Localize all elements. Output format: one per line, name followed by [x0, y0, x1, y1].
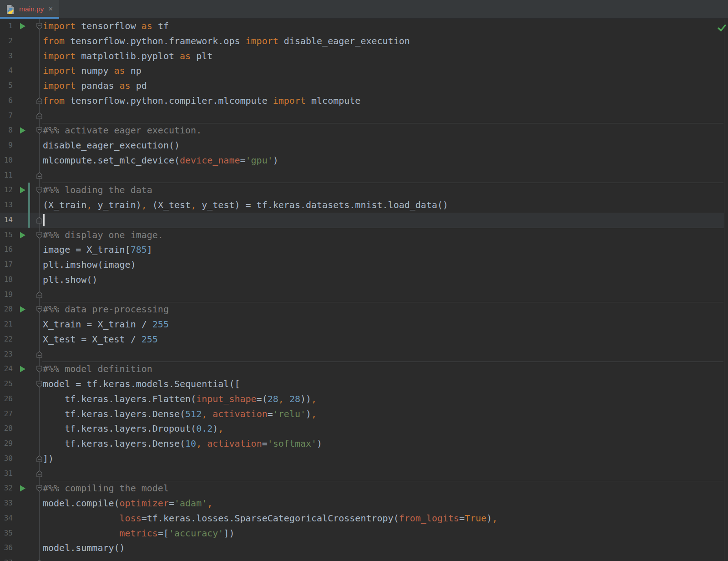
code-line-24[interactable]: 24#%% model definition [0, 362, 728, 377]
code-text[interactable]: import matplotlib.pyplot as plt [43, 49, 212, 64]
fold-region-start-icon[interactable] [36, 366, 42, 372]
code-line-26[interactable]: 26 tf.keras.layers.Flatten(input_shape=(… [0, 392, 728, 407]
run-cell-icon[interactable] [20, 127, 26, 134]
code-text[interactable]: model.compile(optimizer='adam', [43, 496, 212, 511]
close-tab-icon[interactable]: × [48, 5, 53, 13]
line-number[interactable]: 32 [0, 481, 13, 496]
line-number[interactable]: 29 [0, 436, 13, 451]
code-text[interactable]: tf.keras.layers.Dropout(0.2), [43, 421, 223, 436]
code-line-1[interactable]: 1import tensorflow as tf [0, 19, 728, 34]
code-line-3[interactable]: 3import matplotlib.pyplot as plt [0, 49, 728, 64]
code-line-16[interactable]: 16image = X_train[785] [0, 242, 728, 257]
code-line-23[interactable]: 23 [0, 347, 728, 362]
code-line-37[interactable]: 37 [0, 556, 728, 561]
line-number[interactable]: 27 [0, 407, 13, 422]
line-number[interactable]: 25 [0, 377, 13, 392]
code-text[interactable]: #%% loading the data [43, 183, 152, 198]
fold-region-end-icon[interactable] [36, 455, 42, 462]
line-number[interactable]: 7 [0, 108, 13, 123]
code-line-7[interactable]: 7 [0, 108, 728, 123]
fold-region-end-icon[interactable] [36, 112, 42, 119]
fold-region-start-icon[interactable] [36, 187, 42, 194]
line-number[interactable]: 1 [0, 19, 13, 34]
code-line-35[interactable]: 35 metrics=['accuracy']) [0, 526, 728, 541]
code-line-14[interactable]: 14 [0, 213, 728, 228]
line-number[interactable]: 13 [0, 198, 13, 213]
code-line-20[interactable]: 20#%% data pre-processing [0, 302, 728, 317]
code-text[interactable]: plt.imshow(image) [43, 257, 136, 272]
line-number[interactable]: 17 [0, 257, 13, 272]
line-number[interactable]: 9 [0, 138, 13, 153]
code-text[interactable]: model = tf.keras.models.Sequential([ [43, 377, 240, 392]
code-line-15[interactable]: 15#%% display one image. [0, 228, 728, 243]
line-number[interactable]: 35 [0, 526, 13, 541]
code-line-19[interactable]: 19 [0, 287, 728, 302]
code-text[interactable]: import numpy as np [43, 63, 142, 78]
code-text[interactable]: X_train = X_train / 255 [43, 317, 169, 332]
vcs-changed-lines-bar[interactable] [28, 198, 30, 213]
line-number[interactable]: 16 [0, 242, 13, 257]
line-number[interactable]: 22 [0, 332, 13, 347]
run-cell-icon[interactable] [20, 366, 26, 372]
run-cell-icon[interactable] [20, 23, 26, 30]
code-text[interactable]: image = X_train[785] [43, 242, 152, 257]
line-number[interactable]: 4 [0, 63, 13, 78]
code-line-25[interactable]: 25model = tf.keras.models.Sequential([ [0, 377, 728, 392]
line-number[interactable]: 12 [0, 183, 13, 198]
code-line-12[interactable]: 12#%% loading the data [0, 183, 728, 198]
code-text[interactable]: #%% model definition [43, 362, 152, 377]
inspections-ok-icon[interactable] [718, 24, 726, 32]
vcs-changed-lines-bar[interactable] [28, 183, 30, 198]
run-cell-icon[interactable] [20, 232, 26, 239]
code-text[interactable]: from tensorflow.python.compiler.mlcomput… [43, 93, 360, 108]
code-line-2[interactable]: 2from tensorflow.python.framework.ops im… [0, 34, 728, 49]
fold-region-end-icon[interactable] [36, 291, 42, 298]
tab-main-py[interactable]: main.py × [0, 0, 59, 19]
code-text[interactable]: tf.keras.layers.Flatten(input_shape=(28,… [43, 392, 317, 407]
fold-region-start-icon[interactable] [36, 381, 42, 388]
line-number[interactable]: 26 [0, 392, 13, 407]
line-number[interactable]: 19 [0, 287, 13, 302]
code-line-33[interactable]: 33model.compile(optimizer='adam', [0, 496, 728, 511]
line-number[interactable]: 11 [0, 168, 13, 183]
code-line-29[interactable]: 29 tf.keras.layers.Dense(10, activation=… [0, 436, 728, 451]
fold-region-end-icon[interactable] [36, 351, 42, 358]
code-line-8[interactable]: 8#%% activate eager execution. [0, 123, 728, 138]
fold-region-start-icon[interactable] [36, 485, 42, 492]
code-text[interactable]: #%% activate eager execution. [43, 123, 202, 138]
vcs-changed-lines-bar[interactable] [28, 213, 30, 228]
run-cell-icon[interactable] [20, 187, 26, 194]
line-number[interactable]: 10 [0, 153, 13, 168]
code-text[interactable]: import tensorflow as tf [43, 19, 169, 34]
code-line-31[interactable]: 31 [0, 466, 728, 481]
line-number[interactable]: 23 [0, 347, 13, 362]
code-line-10[interactable]: 10mlcompute.set_mlc_device(device_name='… [0, 153, 728, 168]
line-number[interactable]: 24 [0, 362, 13, 377]
line-number[interactable]: 2 [0, 34, 13, 49]
fold-region-end-icon[interactable] [36, 470, 42, 477]
code-text[interactable]: mlcompute.set_mlc_device(device_name='gp… [43, 153, 278, 168]
fold-region-end-icon[interactable] [36, 172, 42, 179]
line-number[interactable]: 34 [0, 511, 13, 526]
code-text[interactable]: tf.keras.layers.Dense(512, activation='r… [43, 407, 317, 422]
code-line-28[interactable]: 28 tf.keras.layers.Dropout(0.2), [0, 421, 728, 436]
line-number[interactable]: 36 [0, 541, 13, 556]
code-text[interactable]: loss=tf.keras.losses.SparseCategoricalCr… [43, 511, 497, 526]
fold-region-end-icon[interactable] [36, 217, 42, 224]
code-text[interactable]: tf.keras.layers.Dense(10, activation='so… [43, 436, 322, 451]
code-line-36[interactable]: 36model.summary() [0, 541, 728, 556]
code-text[interactable]: model.summary() [43, 541, 125, 556]
line-number[interactable]: 20 [0, 302, 13, 317]
line-number[interactable]: 30 [0, 451, 13, 466]
code-line-13[interactable]: 13(X_train, y_train), (X_test, y_test) =… [0, 198, 728, 213]
code-line-22[interactable]: 22X_test = X_test / 255 [0, 332, 728, 347]
code-line-4[interactable]: 4import numpy as np [0, 63, 728, 78]
code-text[interactable]: import pandas as pd [43, 78, 147, 93]
line-number[interactable]: 15 [0, 228, 13, 243]
run-cell-icon[interactable] [20, 306, 26, 313]
code-text[interactable]: (X_train, y_train), (X_test, y_test) = t… [43, 198, 448, 213]
code-text[interactable]: #%% compiling the model [43, 481, 169, 496]
scrollbar-track[interactable] [724, 19, 728, 561]
code-line-30[interactable]: 30]) [0, 451, 728, 466]
code-text[interactable]: disable_eager_execution() [43, 138, 180, 153]
